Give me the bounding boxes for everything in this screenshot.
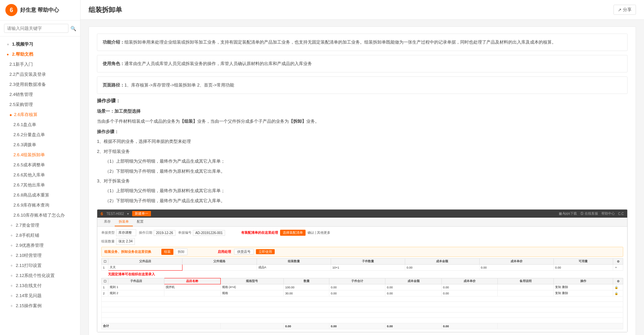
mock-confirm-btn[interactable]: 确认 | 其他更多 xyxy=(308,230,330,235)
table-footer: 合计 0.00 0.00 0.00 0.00 xyxy=(102,323,623,329)
nav-tree: ＋ 1.视频学习 ● 2.帮助文档 2.1新手入门 2.2产品安装及登录 2.3… xyxy=(0,37,80,335)
table-row: 1 天天 成品A 10+1 0.00 0.00 0.00 ＋ xyxy=(102,265,623,271)
sidebar-item-cost-adjust[interactable]: 2.6.5成本调整单 xyxy=(0,160,80,170)
mock-subnav-inventory[interactable]: 库存 xyxy=(100,218,115,226)
cell-sub-cost2: 0.00 xyxy=(385,290,441,296)
cell-price: 0.00 xyxy=(479,265,553,271)
role-text: 通常由生产人员或库管人员完成拆装业务的操作，库管人员确认原材料的出库和产成品的入… xyxy=(124,61,312,66)
step2-2: （2）下部明细为子件明细，最终作为原材料生成其它出库单。 xyxy=(105,167,628,175)
col-available: 可用量 xyxy=(553,259,613,265)
sidebar-item-stock-error[interactable]: 2.6.10库存账本错了怎么办 xyxy=(0,210,80,220)
cell-action2[interactable]: 复制 删除 xyxy=(554,290,613,296)
sidebar-item-inventory-adjust[interactable]: 2.6.3调拨单 xyxy=(0,140,80,150)
mock-subnav-assemble[interactable]: 拆装单 xyxy=(115,218,133,226)
mock-doctype-label: 单据类型 xyxy=(101,230,115,235)
screenshot-container: 6 TEST-H002 ▾ 新建单一 ▦ Apps下载 ⑤ 在线客服 帮助中心 … xyxy=(97,209,628,332)
sidebar-item-docs[interactable]: ● 2.帮助文档 xyxy=(0,49,80,59)
sidebar-item-assemble[interactable]: 2.6.4组装拆卸单 xyxy=(0,150,80,160)
cell-cb2-2: 2 xyxy=(102,290,108,296)
cell-action1[interactable]: 复制 删除 xyxy=(554,284,613,290)
sidebar-item-label: 1.视频学习 xyxy=(12,41,33,47)
sidebar-item-other-out[interactable]: 2.6.7其他出库单 xyxy=(0,180,80,190)
mock-bom-btn[interactable]: 选择装配清单 xyxy=(280,230,306,236)
plus-icon: ＋ xyxy=(9,232,14,238)
plus-icon: ＋ xyxy=(5,42,10,47)
sidebar-item-newcomer[interactable]: 2.1新手入门 xyxy=(0,59,80,69)
sidebar-item-coupon[interactable]: ＋ 2.9优惠券管理 xyxy=(0,240,80,250)
table-row xyxy=(102,307,623,313)
minus-icon: ● xyxy=(9,112,12,117)
search-button[interactable]: 🔍 xyxy=(70,26,76,31)
sidebar-item-install[interactable]: 2.2产品安装及登录 xyxy=(0,69,80,79)
mock-billno-label: 单据编号 xyxy=(178,230,192,235)
sidebar-item-inventory-split[interactable]: 2.6.2分量盘点单 xyxy=(0,130,80,140)
cell-sub-qty-val2: 30.00 xyxy=(284,290,329,296)
search-box: 🔍 xyxy=(0,20,80,37)
mock-switch-btns: 组装 拆卸 xyxy=(161,248,187,255)
mock-date-input[interactable]: 2019-12-26 xyxy=(154,230,175,236)
mock-billno-input[interactable]: AD-20191226-001 xyxy=(193,230,225,236)
mock-activate-input[interactable]: 供货店号 xyxy=(234,249,254,255)
cell-empty7 xyxy=(102,318,623,323)
cell-action2b[interactable]: 🔒 xyxy=(613,290,623,296)
sidebar-item-finance[interactable]: ＋ 2.7资金管理 xyxy=(0,220,80,230)
sidebar-item-custom[interactable]: ＋ 2.12系统个性化设置 xyxy=(0,271,80,281)
footer-sub-qty: 0.00 xyxy=(284,323,329,329)
mock-apps: ▦ Apps下载 xyxy=(559,211,577,216)
sidebar-item-cases[interactable]: ＋ 2.15操作案例 xyxy=(0,301,80,311)
cell-empty4 xyxy=(102,302,623,307)
mock-date-label: 操作日期 xyxy=(139,230,152,235)
sidebar-item-payment[interactable]: ＋ 2.13在线支付 xyxy=(0,281,80,291)
sidebar-item-label: 2.6.9库存账本查询 xyxy=(13,202,49,208)
mock-ok-btn[interactable]: 立即使用 xyxy=(256,249,275,254)
sidebar-item-data-prep[interactable]: 2.3使用前数据准备 xyxy=(0,79,80,90)
sidebar-item-label: 2.6.4组装拆卸单 xyxy=(13,152,45,158)
mock-disassemble-btn[interactable]: 拆卸 xyxy=(175,248,187,255)
logo-icon: 6 xyxy=(5,4,17,16)
search-input[interactable] xyxy=(4,24,68,33)
sidebar-item-inventory-check[interactable]: 2.6.1盘点单 xyxy=(0,120,80,130)
sidebar-item-label: 2.6.3调拨单 xyxy=(13,142,36,148)
share-button[interactable]: ↗ 分享 xyxy=(613,5,636,15)
cell-parent[interactable]: 天天 xyxy=(108,265,182,271)
sidebar-item-other-in[interactable]: 2.6.6其他入库单 xyxy=(0,170,80,180)
content-section: 功能介绍：组装拆卸单用来处理企业组装或拆卸等加工业务，支持有固定装配清单的产品加… xyxy=(89,26,636,335)
cell-empty3 xyxy=(102,296,623,302)
footer-ops xyxy=(498,323,623,329)
cell-action1b[interactable]: 🔒 xyxy=(613,284,623,290)
mock-assemble-btn[interactable]: 组装 xyxy=(161,249,173,255)
sidebar-item-product-cost[interactable]: 2.6.8商品成本重算 xyxy=(0,190,80,200)
plus-icon: ＋ xyxy=(9,263,14,269)
sidebar-item-label: 2.12系统个性化设置 xyxy=(16,273,55,279)
cell-assemble-qty: 成品A xyxy=(257,265,331,271)
cell-cost: 0.00 xyxy=(405,265,479,271)
annotation-no-bom-row: 无固定清单可在组织在这里录入 xyxy=(108,272,623,277)
sidebar-item-print[interactable]: ＋ 2.11打印设置 xyxy=(0,261,80,271)
sidebar-item-video[interactable]: ＋ 1.视频学习 xyxy=(0,39,80,49)
sidebar-item-label: 2.5采购管理 xyxy=(9,102,33,108)
sidebar-item-inventory[interactable]: ● 2.6库存核算 xyxy=(0,110,80,120)
mock-new-btn[interactable]: 新建单一 xyxy=(132,211,151,216)
col-sub-cost: 成本金额 xyxy=(385,278,441,284)
mock-date: 操作日期 2019-12-26 xyxy=(139,230,175,236)
sidebar-item-mobile[interactable]: ＋ 2.8手机旺铺 xyxy=(0,230,80,240)
sidebar-item-stock-book[interactable]: 2.6.9库存账本查询 xyxy=(0,200,80,210)
sidebar-item-faq[interactable]: ＋ 2.14常见问题 xyxy=(0,291,80,301)
cell-sub-qty-val1: 100.00 xyxy=(284,284,329,290)
footer-qty xyxy=(220,323,284,329)
mock-subnav-more[interactable]: 配置 xyxy=(133,218,148,226)
cell-sub-item1: 规则 1 xyxy=(108,284,164,290)
cell-cb2-1: 1 xyxy=(102,284,108,290)
mock-doctype-input[interactable]: 库存调整 xyxy=(116,229,136,236)
annotation-activate: 启用处理 xyxy=(218,250,231,254)
mock-qty-input[interactable]: 张次 2.34 xyxy=(116,238,135,245)
footer-price: 0.00 xyxy=(385,323,441,329)
cell-action[interactable]: ＋ xyxy=(613,265,623,271)
sidebar-item-operation[interactable]: ＋ 2.10经营管理 xyxy=(0,250,80,261)
sidebar-item-label: 2.15操作案例 xyxy=(16,303,42,309)
mock-form-row1: 单据类型 库存调整 操作日期 2019-12-26 单据编号 AD-201912… xyxy=(101,229,623,236)
col-assemble-qty: 组装数量 xyxy=(257,259,331,265)
sidebar-item-sales[interactable]: 2.4销售管理 xyxy=(0,90,80,100)
cell-cb: 1 xyxy=(102,265,108,271)
sidebar-item-purchase[interactable]: 2.5采购管理 xyxy=(0,100,80,110)
